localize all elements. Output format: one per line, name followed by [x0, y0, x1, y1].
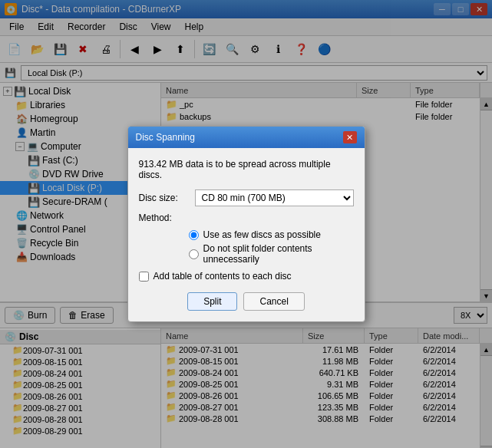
dialog-radio-nosplit-input[interactable] [189, 249, 199, 259]
disc-spanning-dialog: Disc Spanning ✕ 913.42 MB data is to be … [127, 126, 365, 322]
dialog-disc-size-label: Disc size: [139, 193, 189, 203]
dialog-radio-fewest-label: Use as few discs as possible [203, 229, 321, 240]
dialog-checkbox-label: Add table of contents to each disc [154, 271, 292, 282]
dialog-checkbox[interactable] [139, 272, 149, 282]
dialog-radio-fewest[interactable]: Use as few discs as possible [189, 229, 354, 240]
dialog-disc-size-row: Disc size: CD 80 min (700 MB) CD 74 min … [139, 189, 354, 206]
dialog-radio-nosplit[interactable]: Do not split folder contents unnecessari… [189, 243, 354, 265]
dialog-title-bar: Disc Spanning ✕ [128, 127, 365, 148]
dialog-buttons: Split Cancel [139, 292, 354, 311]
dialog-radio-nosplit-label: Do not split folder contents unnecessari… [203, 243, 354, 265]
dialog-overlay: Disc Spanning ✕ 913.42 MB data is to be … [0, 0, 492, 448]
dialog-method-row: Method: [139, 212, 354, 223]
dialog-close-button[interactable]: ✕ [343, 131, 357, 143]
dialog-radio-group: Use as few discs as possible Do not spli… [189, 229, 354, 265]
dialog-cancel-button[interactable]: Cancel [243, 292, 304, 311]
dialog-body: 913.42 MB data is to be spread across mu… [128, 148, 365, 321]
dialog-message: 913.42 MB data is to be spread across mu… [139, 159, 354, 180]
dialog-title-text: Disc Spanning [136, 132, 195, 143]
dialog-checkbox-row[interactable]: Add table of contents to each disc [139, 271, 354, 282]
dialog-split-button[interactable]: Split [187, 292, 237, 311]
dialog-disc-size-select[interactable]: CD 80 min (700 MB) CD 74 min (650 MB) DV… [195, 189, 354, 206]
dialog-radio-fewest-input[interactable] [189, 230, 199, 240]
dialog-method-label: Method: [139, 212, 189, 223]
